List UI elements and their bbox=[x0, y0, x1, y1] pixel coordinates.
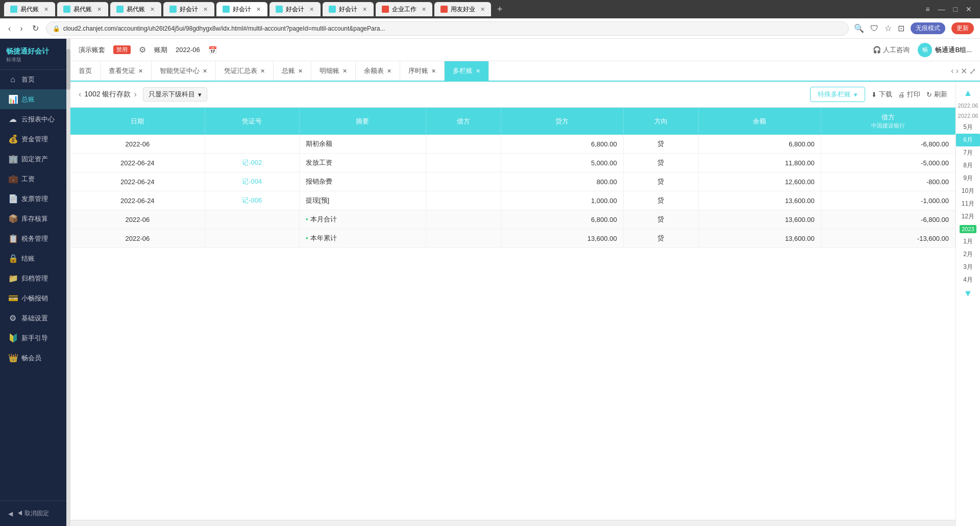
horizontal-scrollbar[interactable] bbox=[70, 520, 955, 526]
breadcrumb-back-icon[interactable]: ‹ bbox=[79, 90, 81, 99]
browser-tab-4[interactable]: 好会计 ✕ bbox=[163, 2, 214, 16]
page-tab-multi-col[interactable]: 多栏账 ✕ bbox=[445, 61, 489, 81]
url-bar[interactable]: 🔒 cloud2.chanjet.com/accounting/uh26t264… bbox=[46, 21, 849, 36]
tab-close-9[interactable]: ✕ bbox=[480, 6, 485, 13]
browser-tab-8[interactable]: 企业工作 ✕ bbox=[376, 2, 432, 16]
sidebar-item-member[interactable]: 👑 畅会员 bbox=[0, 348, 66, 368]
page-tab-balance[interactable]: 余额表 ✕ bbox=[356, 61, 400, 81]
tab-close-7[interactable]: ✕ bbox=[362, 6, 367, 13]
timeline-month-9[interactable]: 9月 bbox=[956, 172, 980, 185]
sidebar-item-guide[interactable]: 🔰 新手引导 bbox=[0, 328, 66, 348]
update-button[interactable]: 更新 bbox=[951, 22, 974, 34]
page-tab-detail-close[interactable]: ✕ bbox=[342, 68, 347, 74]
timeline-month-5[interactable]: 5月 bbox=[956, 121, 980, 134]
split-view-icon[interactable]: ⊡ bbox=[898, 23, 904, 33]
sidebar-item-invoice[interactable]: 📄 发票管理 bbox=[0, 189, 66, 209]
browser-tab-1[interactable]: 易代账 ✕ bbox=[4, 2, 55, 16]
account-settings-icon[interactable]: ⚙ bbox=[139, 45, 146, 55]
maximize-icon[interactable]: □ bbox=[953, 5, 958, 13]
sidebar-item-inventory[interactable]: 📦 库存核算 bbox=[0, 209, 66, 229]
tab-scroll-left-icon[interactable]: ‹ bbox=[951, 66, 953, 76]
page-tab-smart-close[interactable]: ✕ bbox=[203, 68, 207, 74]
timeline-scroll-down[interactable]: ▼ bbox=[962, 286, 975, 301]
sidebar-item-tax[interactable]: 📋 税务管理 bbox=[0, 229, 66, 248]
page-tab-vouchers[interactable]: 查看凭证 ✕ bbox=[101, 61, 152, 81]
page-tab-general-close[interactable]: ✕ bbox=[298, 68, 303, 74]
download-button[interactable]: ⬇ 下载 bbox=[871, 90, 892, 99]
page-tab-detail[interactable]: 明细账 ✕ bbox=[311, 61, 356, 81]
shield-icon[interactable]: 🛡 bbox=[870, 24, 878, 33]
sidebar-scrollbar[interactable] bbox=[66, 39, 70, 526]
voucher-link-004[interactable]: 记-004 bbox=[242, 178, 262, 185]
timeline-month-2-2023[interactable]: 2月 bbox=[956, 248, 980, 261]
page-tab-voucher-summary[interactable]: 凭证汇总表 ✕ bbox=[216, 61, 274, 81]
minimize-icon[interactable]: — bbox=[938, 5, 945, 13]
page-tab-smart[interactable]: 智能凭证中心 ✕ bbox=[152, 61, 216, 81]
page-tab-vouchers-close[interactable]: ✕ bbox=[138, 68, 143, 74]
sidebar-item-archive[interactable]: 📁 归档管理 bbox=[0, 268, 66, 288]
timeline-month-3-2023[interactable]: 3月 bbox=[956, 261, 980, 273]
tab-close-2[interactable]: ✕ bbox=[97, 6, 102, 13]
new-tab-button[interactable]: + bbox=[493, 4, 507, 15]
timeline-month-11[interactable]: 11月 bbox=[956, 197, 980, 210]
page-tab-general[interactable]: 总账 ✕ bbox=[274, 61, 311, 81]
browser-tab-2[interactable]: 易代账 ✕ bbox=[57, 2, 108, 16]
filter-select[interactable]: 只显示下级科目 ▾ bbox=[143, 87, 207, 102]
period-calendar-icon[interactable]: 📅 bbox=[208, 46, 217, 54]
sidebar-item-fund[interactable]: 💰 资金管理 bbox=[0, 129, 66, 149]
refresh-ledger-button[interactable]: ↻ 刷新 bbox=[926, 90, 947, 99]
timeline-month-6[interactable]: 6月 bbox=[956, 134, 980, 146]
page-tab-home[interactable]: 首页 bbox=[70, 61, 101, 81]
tab-collapse-icon[interactable]: ✕ bbox=[961, 66, 967, 76]
browser-tab-9[interactable]: 用友好业 ✕ bbox=[434, 2, 491, 16]
voucher-link-006[interactable]: 记-006 bbox=[242, 196, 262, 204]
tab-scroll-right-icon[interactable]: › bbox=[956, 66, 959, 76]
browser-tab-6[interactable]: 好会计 ✕ bbox=[270, 2, 321, 16]
tab-close-8[interactable]: ✕ bbox=[422, 6, 426, 13]
page-tab-multi-col-close[interactable]: ✕ bbox=[476, 68, 480, 74]
timeline-month-10[interactable]: 10月 bbox=[956, 185, 980, 197]
ledger-table-wrap[interactable]: 日期 凭证号 摘要 借方 贷方 方向 余额 借方 中国建设银行 bbox=[70, 108, 955, 520]
page-tab-balance-close[interactable]: ✕ bbox=[387, 68, 391, 74]
sidebar-item-home[interactable]: ⌂ 首页 bbox=[0, 70, 66, 89]
sidebar-item-close[interactable]: 🔒 结账 bbox=[0, 248, 66, 268]
page-tab-sequence[interactable]: 序时账 ✕ bbox=[400, 61, 445, 81]
tab-list-icon[interactable]: ≡ bbox=[925, 5, 929, 13]
refresh-browser-button[interactable]: ↻ bbox=[30, 21, 41, 35]
sidebar-item-expense[interactable]: 💳 小畅报销 bbox=[0, 288, 66, 308]
sidebar-item-salary[interactable]: 💼 工资 bbox=[0, 169, 66, 189]
timeline-scroll-up[interactable]: ▲ bbox=[962, 86, 975, 101]
tab-close-1[interactable]: ✕ bbox=[44, 6, 48, 13]
page-tab-sequence-close[interactable]: ✕ bbox=[431, 68, 436, 74]
tab-close-5[interactable]: ✕ bbox=[256, 6, 261, 13]
sidebar-item-cloud[interactable]: ☁ 云报表中心 bbox=[0, 109, 66, 129]
sidebar-item-ledger[interactable]: 📊 总账 bbox=[0, 89, 66, 109]
sidebar-item-asset[interactable]: 🏢 固定资产 bbox=[0, 149, 66, 169]
timeline-month-4-2023[interactable]: 4月 bbox=[956, 273, 980, 286]
tab-expand-icon[interactable]: ⤢ bbox=[969, 66, 976, 76]
print-button[interactable]: 🖨 打印 bbox=[898, 90, 920, 99]
sidebar-item-settings[interactable]: ⚙ 基础设置 bbox=[0, 308, 66, 328]
voucher-link-002[interactable]: 记-002 bbox=[242, 159, 262, 166]
star-icon[interactable]: ☆ bbox=[885, 23, 892, 33]
breadcrumb-forward-icon[interactable]: › bbox=[134, 90, 136, 99]
browser-tab-3[interactable]: 易代账 ✕ bbox=[110, 2, 161, 16]
tab-close-6[interactable]: ✕ bbox=[309, 6, 314, 13]
browser-tab-7[interactable]: 好会计 ✕ bbox=[323, 2, 374, 16]
page-tab-voucher-summary-close[interactable]: ✕ bbox=[260, 68, 265, 74]
unpin-button[interactable]: ◀ ◀ 取消固定 bbox=[0, 505, 66, 522]
search-browser-icon[interactable]: 🔍 bbox=[854, 23, 864, 33]
timeline-month-12[interactable]: 12月 bbox=[956, 210, 980, 223]
forward-button[interactable]: › bbox=[18, 22, 24, 35]
close-window-icon[interactable]: ✕ bbox=[966, 5, 972, 13]
timeline-month-8[interactable]: 8月 bbox=[956, 159, 980, 172]
incognito-mode-button[interactable]: 无痕模式 bbox=[911, 22, 945, 34]
consult-button[interactable]: 🎧 人工咨询 bbox=[873, 45, 910, 55]
browser-tab-5[interactable]: 好会计 ✕ bbox=[216, 2, 267, 16]
timeline-month-1-2023[interactable]: 1月 bbox=[956, 235, 980, 248]
tab-close-4[interactable]: ✕ bbox=[203, 6, 208, 13]
timeline-month-7[interactable]: 7月 bbox=[956, 146, 980, 159]
back-button[interactable]: ‹ bbox=[6, 22, 13, 35]
tab-close-3[interactable]: ✕ bbox=[150, 6, 155, 13]
multi-col-btn[interactable]: 特殊多栏账 ▾ bbox=[810, 87, 865, 102]
